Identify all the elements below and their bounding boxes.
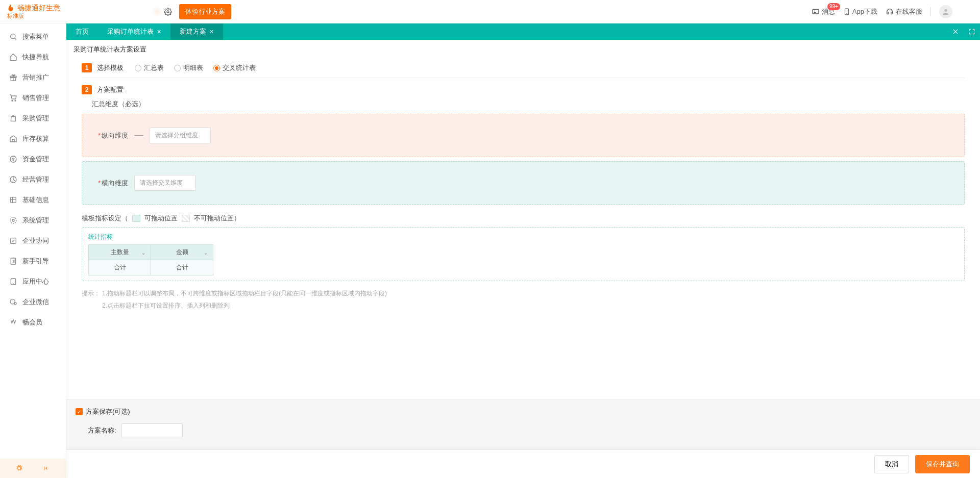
svg-point-4 — [944, 9, 947, 11]
messages-badge: 99+ — [827, 3, 840, 10]
svg-point-10 — [12, 100, 13, 101]
close-icon[interactable]: ✕ — [209, 29, 214, 35]
hints-block: 提示：1.拖动标题栏可以调整布局，不可跨维度或指标区域拖动栏目字段(只能在同一维… — [82, 287, 965, 312]
settings-icon — [9, 216, 17, 224]
horizontal-dimension-input[interactable]: 请选择交叉维度 — [134, 175, 195, 191]
tab-purchase-stats[interactable]: 采购订单统计表✕ — [98, 23, 170, 40]
sidebar-item-purchase[interactable]: 采购管理 — [0, 108, 66, 129]
tab-home[interactable]: 首页 — [66, 23, 98, 40]
sidebar-label: 基础信息 — [22, 195, 49, 205]
sidebar-item-wecom[interactable]: 企业微信 — [0, 292, 66, 312]
radio-cross[interactable]: 交叉统计表 — [213, 63, 256, 72]
company-name — [67, 7, 107, 16]
sidebar-label: 营销推广 — [22, 73, 49, 82]
phone-icon — [843, 8, 850, 16]
legend-nondraggable-icon — [182, 215, 190, 222]
sidebar-item-search[interactable]: 搜索菜单 — [0, 27, 66, 47]
svg-rect-12 — [12, 139, 14, 142]
apps-icon — [9, 278, 17, 286]
horizontal-dimension-label: *横向维度 — [97, 179, 128, 188]
sidebar-item-collab[interactable]: 企业协同 — [0, 231, 66, 251]
radio-label: 明细表 — [183, 63, 203, 72]
vertical-dimension-input[interactable]: 请选择分组维度 — [150, 128, 211, 143]
sidebar-footer — [0, 459, 66, 478]
sidebar-item-finance[interactable]: 资金管理 — [0, 149, 66, 169]
page-title: 采购订单统计表方案设置 — [66, 40, 980, 59]
gift-icon — [9, 73, 17, 82]
sidebar-label: 销售管理 — [22, 93, 49, 103]
footer-collapse-button[interactable] — [42, 465, 51, 472]
legend-draggable-icon — [132, 215, 140, 222]
online-service-label: 在线客服 — [896, 7, 922, 16]
dimension-section-label: 汇总维度（必选） — [92, 99, 965, 109]
dash-icon — [134, 135, 143, 136]
radio-detail[interactable]: 明细表 — [174, 63, 203, 72]
checkbox-checked-icon[interactable]: ✓ — [76, 408, 83, 415]
legend-draggable-label: 可拖动位置 — [144, 214, 178, 223]
plan-name-input[interactable] — [121, 423, 183, 437]
svg-line-6 — [15, 38, 16, 40]
indicator-label-prefix: 模板指标设定（ — [82, 214, 128, 223]
save-query-button[interactable]: 保存并查询 — [915, 455, 970, 473]
sidebar-label: 快捷导航 — [22, 53, 49, 62]
indicator-col-amount[interactable]: 金额⌄ — [151, 245, 213, 260]
sidebar-item-basedata[interactable]: 基础信息 — [0, 190, 66, 210]
sidebar-label: 应用中心 — [22, 277, 49, 286]
sidebar-item-member[interactable]: 畅会员 — [0, 312, 66, 333]
app-download-label: App下载 — [852, 7, 877, 16]
save-checkbox-row[interactable]: ✓ 方案保存(可选) — [76, 407, 971, 416]
sidebar-label: 企业协同 — [22, 236, 49, 245]
sidebar-item-quicknav[interactable]: 快捷导航 — [0, 47, 66, 67]
fullscreen-icon — [968, 28, 975, 35]
step1-label: 选择模板 — [97, 63, 124, 72]
bag-icon — [9, 114, 17, 122]
cta-button[interactable]: 体验行业方案 — [179, 4, 231, 19]
collapse-icon — [42, 465, 51, 472]
user-avatar[interactable] — [939, 5, 952, 18]
tab-new-plan[interactable]: 新建方案✕ — [170, 23, 223, 40]
search-icon — [9, 33, 17, 41]
sidebar-label: 搜索菜单 — [22, 32, 49, 41]
flame-icon — [6, 4, 15, 13]
company-selector[interactable]: ▾ — [67, 7, 159, 16]
headset-icon — [886, 8, 894, 16]
main-area: 首页 采购订单统计表✕ 新建方案✕ 采购订单统计表方案设置 1 选择模板 汇总表… — [66, 23, 980, 478]
sidebar-item-appcenter[interactable]: 应用中心 — [0, 271, 66, 292]
sidebar-item-guide[interactable]: 新新手引导 — [0, 251, 66, 271]
plan-name-label: 方案名称: — [88, 426, 116, 435]
sidebar-item-business[interactable]: 经营管理 — [0, 169, 66, 190]
tab-close-all-button[interactable] — [947, 23, 964, 40]
cancel-button[interactable]: 取消 — [874, 455, 909, 473]
messages-button[interactable]: 消息 99+ — [812, 7, 835, 16]
user-name — [961, 7, 974, 16]
divider — [930, 7, 931, 16]
online-service-button[interactable]: 在线客服 — [886, 7, 922, 16]
sidebar-label: 系统管理 — [22, 216, 49, 225]
sidebar-label: 库存核算 — [22, 134, 49, 143]
sidebar-item-marketing[interactable]: 营销推广 — [0, 67, 66, 88]
sidebar-item-sales[interactable]: 销售管理 — [0, 88, 66, 108]
vip-icon — [9, 318, 17, 326]
sidebar-item-system[interactable]: 系统管理 — [0, 210, 66, 231]
content-panel: 采购订单统计表方案设置 1 选择模板 汇总表 明细表 交叉统计表 2 方案配置 — [66, 40, 980, 478]
logo-block: 畅捷通好生意 标准版 — [6, 4, 60, 20]
indicator-title: 统计指标 — [88, 233, 958, 241]
svg-rect-27 — [44, 467, 45, 470]
step2-label: 方案配置 — [97, 85, 124, 94]
radio-summary[interactable]: 汇总表 — [135, 63, 164, 72]
tab-fullscreen-button[interactable] — [964, 23, 980, 40]
footer-action-bar: 取消 保存并查询 — [66, 449, 980, 478]
footer-gear-button[interactable] — [15, 465, 22, 472]
indicator-cell-total: 合计 — [89, 260, 151, 275]
settings-button[interactable] — [164, 8, 172, 16]
radio-label: 汇总表 — [144, 63, 164, 72]
indicator-col-qty[interactable]: 主数量⌄ — [89, 245, 151, 260]
close-icon[interactable]: ✕ — [157, 29, 161, 35]
template-radio-group: 汇总表 明细表 交叉统计表 — [135, 63, 256, 72]
divider — [82, 78, 965, 78]
sidebar-item-inventory[interactable]: 库存核算 — [0, 129, 66, 149]
vertical-dimension-box: *纵向维度 请选择分组维度 — [82, 114, 965, 157]
svg-text:新: 新 — [12, 260, 16, 263]
app-download-button[interactable]: App下载 — [843, 7, 877, 16]
sidebar-label: 经营管理 — [22, 175, 49, 184]
